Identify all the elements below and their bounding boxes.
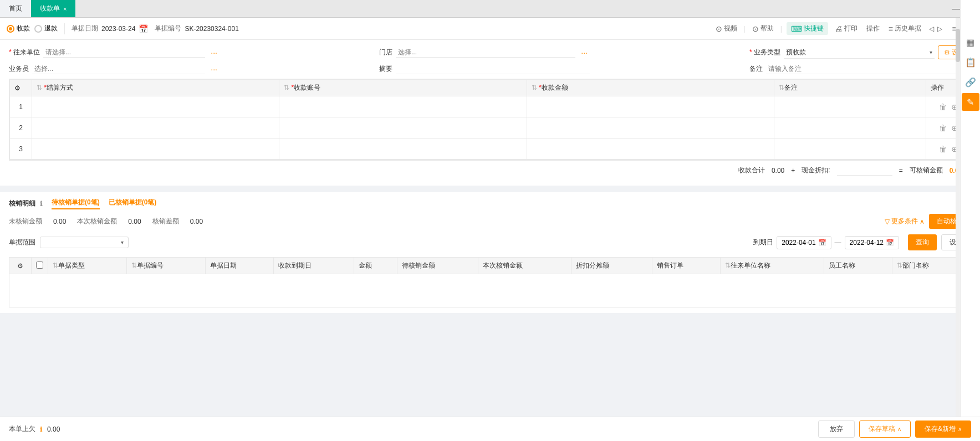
- unverif-value: 0.00: [53, 218, 66, 225]
- nav-left-icon[interactable]: ◁: [928, 24, 935, 34]
- minimize-icon[interactable]: —: [952, 4, 961, 14]
- doc-date-group: 单据日期 2023-03-24 📅: [72, 24, 148, 33]
- row-3-delete-icon[interactable]: 🗑: [939, 145, 947, 153]
- discount-input[interactable]: [837, 165, 892, 176]
- row-2-delete-icon[interactable]: 🗑: [939, 124, 947, 132]
- row-2-remark[interactable]: [774, 117, 926, 139]
- row-1-amount[interactable]: [527, 96, 774, 117]
- filter-icon: ▽: [885, 218, 890, 225]
- abandon-button[interactable]: 放弃: [818, 421, 855, 438]
- date-to-input[interactable]: 2022-04-12 📅: [845, 236, 899, 249]
- scrollbar[interactable]: [956, 18, 960, 417]
- row-1-delete-icon[interactable]: 🗑: [939, 102, 947, 111]
- pending-tab[interactable]: 待核销单据(0笔): [52, 198, 100, 209]
- current-verif-value: 0.00: [128, 218, 141, 225]
- biz-type-label: 业务类型: [749, 48, 780, 57]
- bth-checkbox[interactable]: [32, 258, 48, 274]
- print-label: 打印: [844, 24, 858, 33]
- row-1-settle[interactable]: [32, 96, 279, 117]
- bottom-table: ⚙ ⇅单据类型 ⇅单据编号 单据日期 收款到期日 金额 待核销金额 本次核销金额: [9, 257, 971, 307]
- history-btn[interactable]: ≡ 历史单据: [886, 23, 923, 34]
- history-label: 历史单据: [895, 24, 921, 33]
- biz-type-chevron-icon: ▾: [930, 49, 932, 55]
- scrollbar-thumb[interactable]: [956, 29, 960, 62]
- sort-icon: ⇅: [131, 261, 137, 269]
- summary-input[interactable]: [396, 64, 590, 74]
- biz-type-select[interactable]: 预收款 ▾: [784, 47, 935, 59]
- sidebar-link-icon[interactable]: 🔗: [962, 73, 979, 91]
- doc-no-group: 单据编号 SK-20230324-001: [155, 24, 238, 33]
- row-num-1: 1: [10, 96, 32, 117]
- row-3-account[interactable]: [279, 139, 527, 160]
- radio-refund-dot: [34, 25, 42, 33]
- counterpart-input[interactable]: [43, 47, 205, 58]
- staff-more-icon[interactable]: ···: [208, 65, 220, 74]
- help-btn[interactable]: ⊙ 帮助: [750, 23, 776, 34]
- row-2-amount[interactable]: [527, 117, 774, 139]
- nav-arrows: ◁ ▷: [928, 24, 943, 34]
- row-1-remark[interactable]: [774, 96, 926, 117]
- scope-label: 单据范围: [9, 238, 35, 247]
- done-tab[interactable]: 已核销单据(0笔): [109, 198, 157, 209]
- select-all-checkbox[interactable]: [36, 261, 43, 269]
- toolbar: 收款 退款 单据日期 2023-03-24 📅 单据编号 SK-20230324…: [0, 18, 980, 40]
- footer-info-icon[interactable]: ℹ: [40, 425, 43, 433]
- tab-current[interactable]: 收款单 ×: [31, 0, 75, 17]
- shortcut-btn[interactable]: ⌨ 快捷键: [787, 22, 828, 35]
- diff-label: 核销差额: [152, 217, 179, 226]
- bth-discount: 折扣分摊额: [571, 258, 652, 274]
- shop-field: 门店 ···: [379, 47, 590, 58]
- sort-icon: ⇅: [725, 261, 731, 269]
- nav-right-icon[interactable]: ▷: [936, 24, 943, 34]
- more-conditions-link[interactable]: ▽ 更多条件 ∧: [885, 217, 925, 226]
- shortcut-icon: ⌨: [791, 24, 802, 33]
- row-3-settle[interactable]: [32, 139, 279, 160]
- scope-select[interactable]: ▾: [40, 237, 129, 248]
- calendar-icon[interactable]: 📅: [139, 24, 148, 33]
- row-3-amount[interactable]: [527, 139, 774, 160]
- operation-btn[interactable]: 操作: [864, 23, 882, 34]
- current-verif-label: 本次核销金额: [77, 217, 117, 226]
- radio-collection-label: 收款: [17, 24, 30, 33]
- save-draft-button[interactable]: 保存草稿 ∧: [859, 421, 911, 438]
- counterpart-more-icon[interactable]: ···: [208, 48, 220, 57]
- sidebar-edit-icon[interactable]: ✎: [962, 93, 979, 111]
- tab-close-icon[interactable]: ×: [63, 6, 67, 12]
- bth-gear[interactable]: ⚙: [9, 258, 32, 274]
- query-button[interactable]: 查询: [908, 234, 937, 250]
- print-btn[interactable]: 🖨 打印: [833, 23, 860, 34]
- shop-more-icon[interactable]: ···: [579, 48, 590, 57]
- sort-icon: ⇅: [37, 84, 42, 91]
- toolbar-actions: ⊙ 视频 | ⊙ 帮助 | ⌨ 快捷键 🖨 打印 操作 ≡ 历史单据 ◁ ▷ ≡: [713, 22, 973, 35]
- sidebar-doc-icon[interactable]: 📋: [962, 53, 979, 71]
- remark-label: 备注: [749, 64, 763, 74]
- tab-home[interactable]: 首页: [0, 0, 31, 17]
- tab-home-label: 首页: [9, 4, 22, 13]
- date-from-input[interactable]: 2022-04-01 📅: [777, 236, 831, 249]
- verif-title-text: 核销明细: [9, 199, 35, 208]
- doc-date-value: 2023-03-24: [101, 25, 135, 33]
- row-3-remark[interactable]: [774, 139, 926, 160]
- remark-input[interactable]: [766, 64, 971, 74]
- doc-date-label: 单据日期: [72, 24, 98, 33]
- radio-collection[interactable]: 收款: [7, 24, 30, 33]
- video-label: 视频: [724, 24, 737, 33]
- save-new-button[interactable]: 保存&新增 ∧: [915, 421, 971, 438]
- radio-collection-dot: [7, 25, 14, 33]
- th-gear[interactable]: ⚙: [10, 80, 32, 96]
- row-2-settle[interactable]: [32, 117, 279, 139]
- more-conditions-label: 更多条件: [891, 217, 918, 226]
- due-date-label: 到期日: [753, 238, 773, 247]
- verif-info-icon[interactable]: ℹ: [40, 200, 43, 208]
- row-2-account[interactable]: [279, 117, 527, 139]
- verif-tabs: 待核销单据(0笔) 已核销单据(0笔): [52, 198, 156, 209]
- row-1-account[interactable]: [279, 96, 527, 117]
- sort-icon-2: ⇅: [284, 84, 289, 91]
- summary-field: 摘要: [379, 64, 590, 74]
- radio-refund[interactable]: 退款: [34, 24, 58, 33]
- video-btn[interactable]: ⊙ 视频: [713, 23, 739, 34]
- shop-input[interactable]: [396, 47, 575, 58]
- staff-input[interactable]: [32, 64, 205, 74]
- verif-title: 核销明细 ℹ 待核销单据(0笔) 已核销单据(0笔): [9, 198, 971, 209]
- sidebar-table-icon[interactable]: ▦: [962, 33, 979, 51]
